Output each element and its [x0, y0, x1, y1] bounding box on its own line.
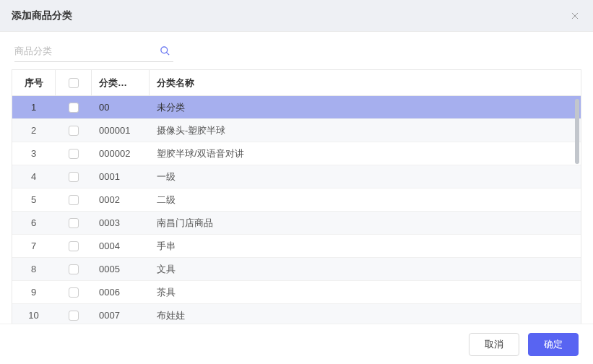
cell-code: 0004 [92, 235, 150, 257]
close-icon[interactable] [568, 9, 581, 22]
cell-name: 南昌门店商品 [150, 212, 581, 234]
table-row[interactable]: 60003南昌门店商品 [12, 212, 581, 235]
row-checkbox[interactable] [69, 149, 79, 159]
cell-checkbox [56, 281, 92, 303]
cell-checkbox [56, 165, 92, 188]
col-header-index: 序号 [12, 70, 56, 95]
col-header-name: 分类名称 [150, 70, 581, 95]
table-row[interactable]: 2000001摄像头-塑胶半球 [12, 119, 581, 142]
cell-index: 10 [12, 304, 56, 324]
cell-code: 0006 [92, 281, 150, 303]
cell-code: 0002 [92, 188, 150, 211]
search-input[interactable] [14, 44, 157, 58]
table-row[interactable]: 40001一级 [12, 165, 581, 188]
add-category-dialog: 添加商品分类 序号 分类… 分类名称 100未分类2000001摄像头-塑胶半球… [0, 0, 593, 364]
table-body[interactable]: 100未分类2000001摄像头-塑胶半球3000002塑胶半球/双语音对讲40… [12, 96, 581, 324]
cell-name: 文具 [150, 258, 581, 280]
row-checkbox[interactable] [69, 195, 79, 205]
cell-index: 7 [12, 235, 56, 257]
row-checkbox[interactable] [69, 287, 79, 298]
category-table: 序号 分类… 分类名称 100未分类2000001摄像头-塑胶半球3000002… [12, 69, 581, 324]
table-header-row: 序号 分类… 分类名称 [12, 70, 581, 96]
cell-name: 布娃娃 [150, 304, 581, 324]
cell-index: 8 [12, 258, 56, 280]
cell-checkbox [56, 188, 92, 211]
cell-code: 0007 [92, 304, 150, 324]
table-row[interactable]: 3000002塑胶半球/双语音对讲 [12, 142, 581, 165]
cell-code: 000002 [92, 142, 150, 165]
cell-name: 手串 [150, 235, 581, 257]
search-icon[interactable] [157, 46, 173, 56]
row-checkbox[interactable] [69, 126, 79, 136]
dialog-title: 添加商品分类 [12, 9, 72, 22]
table-row[interactable]: 90006茶具 [12, 281, 581, 304]
cell-checkbox [56, 142, 92, 165]
cell-code: 000001 [92, 119, 150, 142]
cell-name: 二级 [150, 188, 581, 211]
cell-checkbox [56, 258, 92, 280]
table-row[interactable]: 100未分类 [12, 96, 581, 119]
cell-index: 9 [12, 281, 56, 303]
cell-name: 塑胶半球/双语音对讲 [150, 142, 581, 165]
cell-index: 2 [12, 119, 56, 142]
dialog-footer: 取消 确定 [0, 324, 593, 364]
cell-name: 摄像头-塑胶半球 [150, 119, 581, 142]
select-all-checkbox[interactable] [69, 78, 79, 88]
row-checkbox[interactable] [69, 103, 79, 113]
cell-name: 茶具 [150, 281, 581, 303]
col-header-checkbox [56, 70, 92, 95]
cell-index: 6 [12, 212, 56, 234]
cell-index: 1 [12, 96, 56, 118]
table-row[interactable]: 80005文具 [12, 258, 581, 281]
svg-point-0 [161, 47, 168, 53]
cancel-button[interactable]: 取消 [469, 333, 519, 356]
confirm-button[interactable]: 确定 [528, 333, 579, 356]
col-header-code: 分类… [92, 70, 150, 95]
row-checkbox[interactable] [69, 311, 79, 321]
cell-index: 3 [12, 142, 56, 165]
dialog-body: 序号 分类… 分类名称 100未分类2000001摄像头-塑胶半球3000002… [0, 32, 593, 324]
cell-checkbox [56, 235, 92, 257]
search-field-wrap [14, 40, 173, 62]
dialog-header: 添加商品分类 [0, 0, 593, 32]
cell-checkbox [56, 304, 92, 324]
row-checkbox[interactable] [69, 218, 79, 228]
cell-checkbox [56, 96, 92, 118]
table-row[interactable]: 50002二级 [12, 188, 581, 212]
cell-code: 00 [92, 96, 150, 118]
row-checkbox[interactable] [69, 172, 79, 182]
cell-name: 未分类 [150, 96, 581, 118]
svg-line-1 [166, 52, 169, 55]
row-checkbox[interactable] [69, 264, 79, 274]
cell-code: 0001 [92, 165, 150, 188]
cell-checkbox [56, 119, 92, 142]
table-row[interactable]: 100007布娃娃 [12, 304, 581, 324]
cell-checkbox [56, 212, 92, 234]
cell-code: 0005 [92, 258, 150, 280]
cell-code: 0003 [92, 212, 150, 234]
cell-name: 一级 [150, 165, 581, 188]
scrollbar-thumb[interactable] [575, 99, 579, 164]
table-row[interactable]: 70004手串 [12, 235, 581, 258]
cell-index: 4 [12, 165, 56, 188]
row-checkbox[interactable] [69, 241, 79, 251]
cell-index: 5 [12, 188, 56, 211]
